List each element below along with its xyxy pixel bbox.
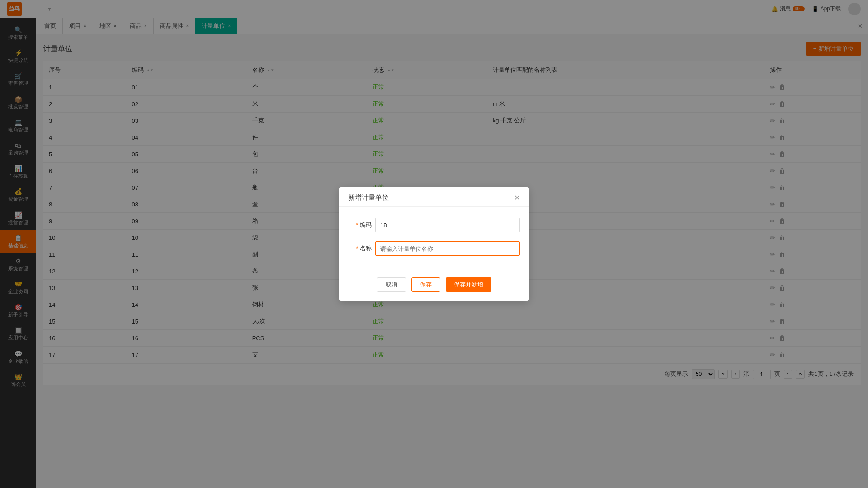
modal-footer: 取消 保存 保存并新增: [339, 272, 529, 301]
modal-close-button[interactable]: ✕: [514, 193, 520, 202]
save-and-new-button[interactable]: 保存并新增: [446, 277, 491, 292]
modal-body: 编码 名称: [339, 207, 529, 272]
form-row-name: 名称: [348, 241, 520, 256]
form-row-code: 编码: [348, 218, 520, 232]
modal-title: 新增计量单位: [348, 193, 389, 202]
code-input[interactable]: [375, 218, 520, 232]
name-label: 名称: [348, 244, 375, 253]
name-input[interactable]: [375, 241, 520, 256]
modal-header: 新增计量单位 ✕: [339, 187, 529, 207]
modal: 新增计量单位 ✕ 编码 名称 取消 保存 保存并新增: [339, 187, 529, 301]
modal-overlay[interactable]: 新增计量单位 ✕ 编码 名称 取消 保存 保存并新增: [0, 0, 868, 488]
code-label: 编码: [348, 221, 375, 229]
save-button[interactable]: 保存: [411, 277, 440, 292]
cancel-button[interactable]: 取消: [377, 277, 406, 292]
